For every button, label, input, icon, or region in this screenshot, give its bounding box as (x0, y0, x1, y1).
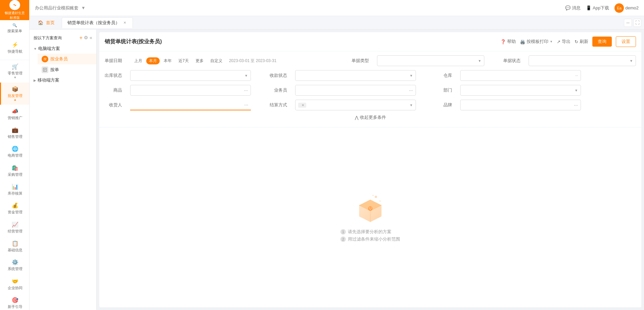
export-icon: ↗ (557, 39, 560, 44)
print-icon: 🖨️ (520, 39, 525, 44)
sales-label: 销售管理 (8, 134, 22, 139)
logo-icon (9, 0, 20, 10)
pay-status-select[interactable]: ▼ (295, 70, 416, 81)
shortcut-icon: ⚡ (12, 42, 18, 48)
sidebar-item-coop[interactable]: 🤝 企业协同 (0, 275, 29, 294)
date-tab-more[interactable]: 更多 (193, 57, 206, 64)
message-button[interactable]: 💬 消息 (565, 5, 581, 11)
tree-mobile-label: 移动端方案 (38, 77, 59, 83)
sidebar-item-sales[interactable]: 💼 销售管理 (0, 123, 29, 142)
export-button[interactable]: ↗ 导出 (557, 39, 571, 45)
marketing-label: 营销推广 (8, 115, 22, 120)
tab-sales-stat[interactable]: 销货单统计表（按业务员） ✕ (62, 17, 133, 28)
tabs-bar: 🏠 首页 销货单统计表（按业务员） ✕ ─ ⛶ (30, 16, 644, 30)
settings-scheme-button[interactable]: ⚙ (84, 35, 88, 41)
sidebar-item-system[interactable]: ⚙️ 系统管理 (0, 256, 29, 274)
sidebar-item-ops[interactable]: 📈 经营管理 (0, 218, 29, 237)
tree-mobile[interactable]: ▶ 移动端方案 (30, 75, 96, 85)
sidebar-item-ecom[interactable]: 🌐 电商管理 (0, 142, 29, 161)
message-label: 消息 (572, 5, 581, 11)
svg-point-13 (368, 206, 372, 211)
tab-close-button[interactable]: ✕ (122, 20, 127, 25)
goods-dots[interactable]: ··· (244, 88, 248, 93)
user-name: demo2 (625, 5, 639, 10)
date-tab-7days[interactable]: 近7天 (176, 57, 192, 64)
refresh-button[interactable]: ↻ 刷新 (575, 39, 588, 45)
sidebar-item-inventory[interactable]: 📊 库存核算 (0, 180, 29, 199)
dept-select[interactable]: ▼ (460, 85, 581, 96)
sidebar-item-purchase[interactable]: 🛍️ 采购管理 (0, 161, 29, 180)
wholesale-icon: 📦 (12, 86, 18, 92)
tabs-minimize-button[interactable]: ─ (624, 19, 632, 27)
user-menu[interactable]: Ea demo2 (614, 3, 639, 13)
payment-select[interactable]: ✕ ▼ (295, 100, 416, 110)
tab-home-label: 首页 (46, 20, 55, 26)
add-scheme-button[interactable]: + (79, 35, 83, 41)
goods-label: 商品 (105, 87, 125, 93)
sidebar-logo[interactable]: 畅捷通好生意 标准版 (0, 0, 30, 20)
header-left: 办公用品行业模拟账套 ▼ (35, 5, 86, 11)
doc-status-arrow: ▼ (630, 59, 633, 63)
out-status-arrow: ▼ (245, 74, 248, 78)
date-control: 上月 本月 本年 近7天 更多 自定义 2023-03-01 至 2023-03… (130, 57, 333, 64)
app-download-button[interactable]: 📱 App下载 (586, 5, 609, 11)
sidebar-item-retail[interactable]: 🛒 零售管理 ▼ (0, 60, 29, 82)
svg-point-10 (375, 196, 377, 198)
empty-box-icon (354, 191, 387, 225)
content-area: 按以下方案查询 + ⚙ « ▼ 电脑端方案 按 按业务员 (30, 30, 644, 310)
help-icon: ❓ (500, 39, 506, 44)
goods-control[interactable]: ··· (130, 85, 251, 96)
sidebar-item-marketing[interactable]: 📣 营销推广 (0, 105, 29, 123)
left-panel-icons: + ⚙ « (79, 35, 92, 41)
sidebar-item-finance[interactable]: 💰 资金管理 (0, 199, 29, 218)
print-arrow: ▼ (550, 40, 553, 43)
collapse-panel-button[interactable]: « (90, 35, 92, 41)
print-button[interactable]: 🖨️ 按模板打印 ▼ (520, 39, 553, 45)
brand-dots[interactable]: ··· (574, 102, 578, 108)
tabs-maximize-button[interactable]: ⛶ (633, 19, 641, 27)
settings-button[interactable]: 设置 (616, 36, 636, 47)
empty-hint-1-text: 请先选择要分析的方案 (348, 229, 391, 235)
main-area: 办公用品行业模拟账套 ▼ 💬 消息 📱 App下载 Ea demo2 🏠 首页 (30, 0, 644, 310)
salesperson-control[interactable]: ··· (295, 85, 416, 96)
tab-home[interactable]: 🏠 首页 (32, 17, 60, 28)
empty-hint-2-text: 用过滤条件来缩小分析范围 (348, 236, 400, 242)
help-button[interactable]: ❓ 帮助 (500, 39, 516, 45)
tree-desktop[interactable]: ▼ 电脑端方案 (30, 44, 96, 54)
receiver-control[interactable]: ··· (130, 100, 251, 110)
inventory-icon: 📊 (12, 184, 18, 190)
collapse-filters-button[interactable]: ⋀ 收起更多条件 (105, 114, 636, 120)
date-tab-this-month[interactable]: 本月 (146, 57, 160, 64)
collapse-arrow-icon: ⋀ (355, 115, 359, 120)
left-panel-header: 按以下方案查询 + ⚙ « (30, 32, 96, 44)
date-tab-last-month[interactable]: 上月 (131, 57, 145, 64)
empty-hints: 1 请先选择要分析的方案 2 用过滤条件来缩小分析范围 (340, 227, 400, 244)
out-status-select[interactable]: ▼ (130, 70, 251, 81)
sidebar-item-wholesale[interactable]: 📦 批发管理 ▲ (0, 83, 29, 105)
doc-type-select[interactable]: ▼ (377, 55, 484, 66)
empty-hint-1: 1 请先选择要分析的方案 (340, 229, 400, 235)
warehouse-dots: ··· (575, 74, 578, 78)
date-tab-this-year[interactable]: 本年 (161, 57, 174, 64)
date-tab-custom[interactable]: 自定义 (208, 57, 225, 64)
sidebar-item-shortcut[interactable]: ⚡ 快捷导航 (0, 38, 29, 57)
query-button[interactable]: 查询 (592, 37, 612, 47)
sidebar-search[interactable]: 🔍 搜索菜单 (0, 20, 29, 36)
header-right: 💬 消息 📱 App下载 Ea demo2 (565, 3, 639, 13)
tree-item-by-order[interactable]: 按单 (38, 64, 96, 75)
logo-subtext: 标准版 (10, 15, 20, 20)
doc-status-select[interactable]: ▼ (529, 55, 636, 66)
salesperson-dots[interactable]: ··· (409, 88, 413, 93)
brand-control[interactable]: ··· (460, 100, 581, 110)
sidebar-item-newbie[interactable]: 🎯 新手引导 (0, 294, 29, 310)
breadcrumb-dropdown-icon[interactable]: ▼ (81, 5, 86, 10)
filter-row-4: 收货人 ··· 结算方式 ✕ ▼ (105, 100, 636, 110)
warehouse-select[interactable]: ··· (460, 70, 581, 81)
left-panel: 按以下方案查询 + ⚙ « ▼ 电脑端方案 按 按业务员 (30, 30, 97, 310)
tree-desktop-label: 电脑端方案 (38, 46, 60, 52)
tree-item-by-salesperson[interactable]: 按 按业务员 (38, 54, 96, 64)
receiver-dots[interactable]: ··· (244, 102, 248, 107)
sidebar-item-base[interactable]: 📋 基础信息 (0, 237, 29, 256)
payment-tag-close[interactable]: ✕ (302, 103, 304, 107)
date-label: 单据日期 (105, 58, 125, 64)
